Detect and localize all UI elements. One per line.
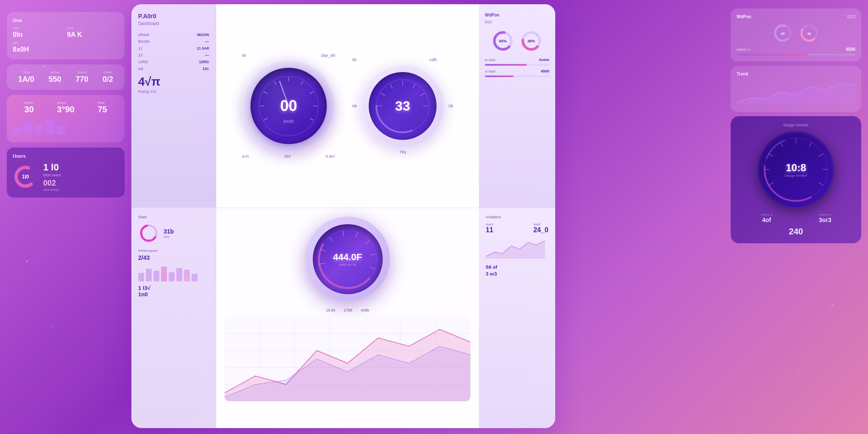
gauge-label-tr: 2lqn_sf0: [321, 53, 335, 58]
svg-rect-39: [161, 267, 167, 281]
svg-line-15: [301, 81, 303, 85]
far-right-bottom-number: 240: [737, 227, 854, 236]
right-panel-title: WdPon: [485, 13, 549, 17]
svg-line-49: [342, 231, 343, 236]
left-dark-card: Users 1l0 1 l0 total users 002 new today: [7, 147, 125, 198]
main-card: P.A0r0 Dashboard yRaubMGON BGON— 1111 0A…: [131, 4, 555, 428]
left-gauge-wrapper: 0b 2lqn_sf0: [242, 53, 335, 159]
bar-chart-mini: [13, 118, 119, 136]
panel-title: P.A0r0: [138, 13, 209, 19]
right-gauge: 33: [360, 64, 445, 148]
bottom-left-bars: [138, 264, 206, 281]
gauge2-label-tr: Adf0: [429, 58, 437, 62]
svg-line-13: [274, 81, 276, 85]
bottom-metric-a: 31b: [164, 228, 174, 235]
right-card-title: WdPon: [737, 14, 751, 19]
stat-550: Active 550: [49, 70, 61, 84]
line-chart: [225, 317, 470, 401]
svg-rect-38: [153, 271, 159, 281]
stat-0m0: 0m0 9A K: [67, 26, 119, 39]
metric-30: Metric 30: [24, 101, 33, 114]
main-top-section: P.A0r0 Dashboard yRaubMGON BGON— 1111 0A…: [131, 4, 555, 208]
svg-line-75: [769, 154, 773, 156]
svg-line-22: [381, 93, 385, 96]
right-side-panels: WdPon 0l10 65 40 Metric A 4500 Trend: [724, 0, 868, 434]
right-sparkline: [737, 79, 855, 104]
stat-0r2: Other 0/2: [103, 70, 113, 84]
panel-subtitle: Dashboard: [138, 21, 209, 26]
right-gauge-wrapper: 0b Adf0 0B: [352, 58, 453, 154]
left-gauge-unit: km/h: [250, 119, 327, 124]
svg-rect-0: [13, 126, 21, 135]
chart-svg: [225, 317, 470, 401]
svg-rect-3: [46, 120, 54, 135]
svg-text:65: 65: [781, 32, 785, 36]
right-large-gauge-card: Gauge Monitor: [731, 116, 861, 243]
svg-line-48: [329, 237, 333, 242]
svg-rect-37: [146, 269, 152, 281]
stat-770: Saved 770: [75, 70, 88, 84]
left-gradient-card: Metric 30 Score 3°90 Rate 75: [7, 95, 125, 142]
svg-text:65%: 65%: [499, 39, 506, 43]
gauge2-left-label: 0B: [352, 104, 357, 108]
gauge2-bottom-label: Tl/q: [352, 150, 453, 154]
left-top-title: Onn: [13, 18, 119, 23]
bottom-left-donut: [138, 223, 159, 244]
metric-75: Rate 75: [97, 101, 107, 114]
bottom-left-panel: Stats 31b 31b Performance 2/43: [131, 208, 216, 428]
svg-line-50: [356, 232, 358, 237]
far-right-val1: 4of: [760, 217, 772, 223]
gauge-section: 0b 2lqn_sf0: [216, 4, 479, 208]
right-panel-subtitle: 0l10: [485, 20, 549, 24]
svg-rect-41: [176, 268, 182, 281]
mini-donut-left: 1l0: [13, 164, 38, 189]
stat-1a0: Total 1A/0: [18, 70, 34, 84]
left-gauge-value: 00: [280, 97, 297, 115]
bottom-values: 1 l3√: [138, 285, 209, 291]
svg-rect-36: [138, 273, 144, 281]
svg-text:40%: 40%: [527, 39, 535, 43]
right-gauge-title: Gauge Monitor: [737, 123, 854, 127]
bottom-right-val1: 11: [486, 226, 493, 234]
stat-0lN: 0lN 8x0H: [13, 41, 64, 53]
svg-line-12: [264, 92, 267, 94]
svg-line-23: [390, 84, 392, 88]
gauge-label-tl: 0b: [242, 53, 246, 58]
gauge-label-bc: 1b3: [284, 154, 290, 159]
svg-rect-42: [184, 270, 190, 281]
gauge-label-br: 8.30√: [326, 154, 335, 159]
svg-rect-1: [24, 122, 32, 135]
svg-rect-4: [57, 125, 65, 135]
svg-text:1l0: 1l0: [22, 174, 29, 180]
svg-line-53: [369, 267, 375, 269]
card-right-panel: WdPon 0l10 65% 40% to-0dol Avmo: [479, 4, 555, 208]
bottom-center-panel: 444.0F MAX dU IN 19.95 27b8 408b: [216, 208, 479, 428]
chart-label-1: 19.95: [326, 308, 336, 312]
donut-row: 65% 40%: [485, 29, 549, 53]
svg-line-16: [310, 92, 314, 94]
left-gauge: 00 km/h: [242, 59, 335, 153]
donut-b: 40%: [520, 29, 543, 53]
svg-line-81: [819, 183, 823, 185]
br-value1: 0A of: [486, 264, 548, 270]
svg-rect-43: [192, 274, 198, 281]
far-right-val2: 3or3: [819, 217, 832, 223]
right-top-card: WdPon 0l10 65 40 Metric A 4500: [731, 8, 861, 61]
br-value2: 3 or3: [486, 271, 548, 276]
right-donut-a: 65: [772, 22, 793, 44]
right-large-gauge: 10:8 Gauge Monitor: [758, 131, 834, 208]
donut-a: 65%: [491, 29, 515, 53]
svg-rect-40: [169, 272, 175, 281]
right-card-subtitle: 0l10: [847, 14, 855, 19]
svg-line-79: [819, 154, 823, 156]
stat-onn: Onn 0ln: [13, 26, 64, 39]
bottom-metric-b: 2/43: [138, 254, 209, 261]
gauge2-label-tl: 0b: [352, 58, 356, 62]
bottom-value2: 1n0: [138, 291, 209, 298]
panel-big-number: 4√π: [138, 76, 209, 88]
chart-label-2: 27b8: [344, 308, 352, 312]
right-gauge-value: 33: [395, 98, 410, 114]
right-donut-b: 40: [798, 22, 820, 44]
svg-rect-2: [35, 124, 43, 135]
left-top-card: Onn Onn 0ln 0m0 9A K 0lN 8x0H: [7, 12, 125, 59]
